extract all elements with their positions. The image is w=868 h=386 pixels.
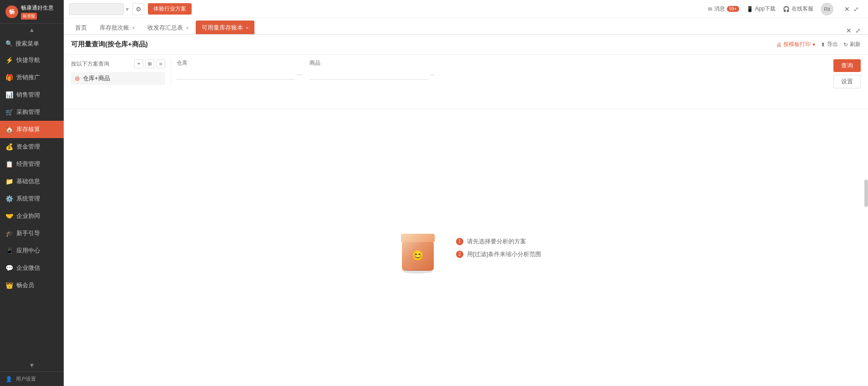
sidebar-scroll-down[interactable]: ▼ — [0, 359, 64, 371]
add-scheme-btn[interactable]: + — [134, 59, 143, 68]
main-area: ▾ ⚙ 体验行业方案 ✉ 消息 99+ 📱 App下载 🎧 在线客服 Rit ✕ — [64, 0, 868, 386]
tab-home[interactable]: 首页 — [69, 21, 93, 34]
online-service-btn[interactable]: 🎧 在线客服 — [783, 5, 813, 13]
query-action-buttons: 查询 设置 — [833, 59, 861, 88]
header-right: ✉ 消息 99+ 📱 App下载 🎧 在线客服 Rit ✕ ⤢ — [708, 3, 863, 15]
sidebar-item-wechat[interactable]: 💬 企业微信 — [0, 259, 64, 277]
sidebar-scroll-up[interactable]: ▲ — [0, 24, 64, 36]
close-window-btn[interactable]: ✕ — [844, 5, 850, 13]
sidebar-item-sales[interactable]: 📊 销售管理 — [0, 86, 64, 103]
scroll-indicator[interactable] — [864, 180, 868, 207]
user-avatar[interactable]: Rit — [821, 3, 833, 15]
settings-btn[interactable]: 设置 — [833, 75, 861, 88]
tab-summary[interactable]: 收发存汇总表 × — [142, 21, 194, 34]
message-btn[interactable]: ✉ 消息 99+ — [708, 5, 739, 13]
sidebar-header: 畅 畅康通好生意 标准版 — [0, 0, 64, 24]
sidebar-item-marketing[interactable]: 🎁 营销推广 — [0, 69, 64, 86]
sidebar-bottom[interactable]: 👤 用户设置 — [0, 371, 64, 386]
empty-hints: 1 请先选择要分析的方案 2 用[过滤]条件来缩小分析范围 — [456, 237, 541, 258]
settings-scheme-btn[interactable]: ⊕ — [145, 59, 154, 68]
sidebar: 畅 畅康通好生意 标准版 ▲ 🔍 搜索菜单 ⚡ 快捷导航 🎁 营销推广 📊 销售… — [0, 0, 64, 386]
sidebar-item-inventory[interactable]: 🏠 库存核算 — [0, 121, 64, 138]
print-dropdown-icon[interactable]: ▾ — [812, 41, 815, 48]
close-tab-btn[interactable]: ✕ — [846, 27, 852, 34]
sidebar-item-purchase[interactable]: 🛒 采购管理 — [0, 103, 64, 121]
goods-input-row: ··· — [310, 69, 435, 80]
refresh-icon: ↻ — [843, 41, 848, 48]
hint-2-text: 用[过滤]条件来缩小分析范围 — [467, 250, 541, 258]
export-btn[interactable]: ⬆ 导出 — [821, 41, 838, 48]
scheme-item-icon: ⊛ — [75, 75, 80, 82]
tab-available-close[interactable]: × — [246, 25, 249, 31]
page-title: 可用量查询(按仓库+商品) — [71, 40, 148, 49]
finance-icon: 💰 — [5, 143, 13, 150]
tab-batch-account[interactable]: 库存批次账 × — [94, 21, 141, 34]
sidebar-item-basic[interactable]: 📁 基础信息 — [0, 173, 64, 190]
sidebar-item-label: 企业微信 — [16, 264, 40, 272]
sidebar-item-finance[interactable]: 💰 资金管理 — [0, 138, 64, 155]
warehouse-input[interactable] — [177, 69, 295, 80]
warehouse-more-btn[interactable]: ··· — [297, 71, 302, 78]
sidebar-item-quicknav[interactable]: ⚡ 快捷导航 — [0, 51, 64, 69]
box-body: 😊 — [402, 241, 434, 271]
box-shadow — [403, 270, 432, 273]
sidebar-item-newbie[interactable]: 🎓 新手引导 — [0, 225, 64, 242]
coop-icon: 🤝 — [5, 212, 13, 220]
avatar-name: Rit — [824, 6, 830, 12]
sidebar-item-company-coop[interactable]: 🤝 企业协同 — [0, 207, 64, 225]
sidebar-search[interactable]: 🔍 搜索菜单 — [0, 36, 64, 51]
message-badge: 99+ — [727, 6, 739, 12]
window-controls: ✕ ⤢ — [841, 5, 863, 13]
basic-icon: 📁 — [5, 178, 13, 185]
sidebar-item-label: 经营管理 — [16, 160, 40, 168]
sidebar-item-label: 采购管理 — [16, 108, 40, 116]
tab-available[interactable]: 可用量库存账本 × — [196, 21, 254, 34]
sidebar-logo: 畅 — [5, 5, 18, 18]
header-input-area: ▾ — [69, 3, 129, 15]
company-name: 畅康通好生意 — [21, 5, 54, 12]
expand-tab-btn[interactable]: ⤢ — [855, 27, 861, 34]
inventory-icon: 🏠 — [5, 126, 13, 133]
scheme-item-label: 仓库+商品 — [83, 74, 110, 82]
tabs-bar: 首页 库存批次账 × 收发存汇总表 × 可用量库存账本 × ✕ ⤢ — [64, 18, 868, 35]
online-service-label: 在线客服 — [792, 5, 813, 13]
search-label: 搜索菜单 — [15, 40, 39, 48]
sidebar-item-label: 畅会员 — [16, 281, 34, 289]
tab-batch-close[interactable]: × — [132, 25, 135, 31]
phone-icon: 📱 — [746, 6, 753, 12]
sidebar-item-label: 营销推广 — [16, 73, 40, 82]
sidebar-item-label: 基础信息 — [16, 177, 40, 185]
header-dropdown-icon[interactable]: ▾ — [126, 5, 129, 13]
version-badge: 标准版 — [21, 13, 37, 20]
refresh-btn[interactable]: ↻ 刷新 — [843, 41, 861, 48]
empty-state: 😊 1 请先选择要分析的方案 2 用[过滤]条件来缩小分析范围 — [64, 109, 868, 386]
query-filter-area: 仓库 ··· 商品 ··· 查询 设置 — [177, 59, 861, 88]
quicknav-icon: ⚡ — [5, 57, 13, 64]
header-settings-btn[interactable]: ⚙ — [132, 3, 144, 15]
headset-icon: 🎧 — [783, 6, 790, 12]
goods-label: 商品 — [310, 59, 435, 67]
query-btn[interactable]: 查询 — [833, 59, 861, 72]
print-btn[interactable]: 🖨 按模板打印 ▾ — [776, 41, 815, 48]
goods-input[interactable] — [310, 69, 428, 80]
sidebar-item-app[interactable]: 📱 应用中心 — [0, 242, 64, 259]
sidebar-item-label: 应用中心 — [16, 247, 40, 255]
collapse-scheme-btn[interactable]: « — [156, 59, 165, 68]
goods-more-btn[interactable]: ··· — [430, 71, 435, 78]
purchase-icon: 🛒 — [5, 108, 13, 116]
sales-icon: 📊 — [5, 91, 13, 98]
export-label: 导出 — [827, 41, 838, 48]
sidebar-item-system[interactable]: ⚙️ 系统管理 — [0, 190, 64, 207]
export-icon: ⬆ — [821, 41, 825, 48]
app-download-btn[interactable]: 📱 App下载 — [746, 5, 776, 13]
tab-available-label: 可用量库存账本 — [202, 24, 243, 32]
sidebar-item-business[interactable]: 📋 经营管理 — [0, 155, 64, 173]
sidebar-item-member[interactable]: 👑 畅会员 — [0, 277, 64, 294]
header-search-input[interactable] — [69, 3, 124, 15]
scheme-item-warehouse-goods[interactable]: ⊛ 仓库+商品 — [71, 72, 165, 85]
system-icon: ⚙️ — [5, 195, 13, 202]
industry-solution-btn[interactable]: 体验行业方案 — [148, 3, 192, 15]
tab-summary-close[interactable]: × — [186, 25, 188, 31]
maximize-window-btn[interactable]: ⤢ — [853, 5, 859, 13]
wechat-icon: 💬 — [5, 264, 13, 272]
